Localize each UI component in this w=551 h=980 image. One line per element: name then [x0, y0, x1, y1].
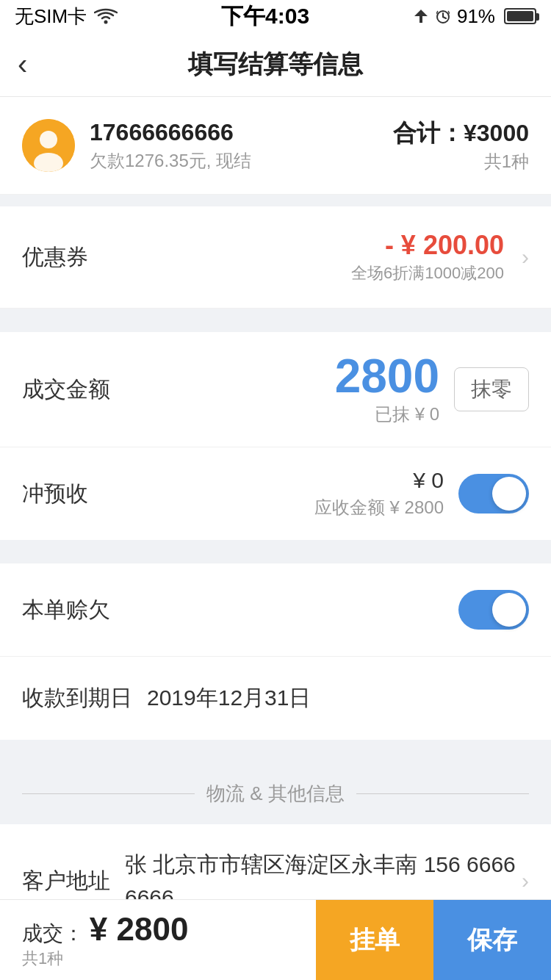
user-phone: 17666666666 — [90, 119, 251, 146]
coupon-sub: 全场6折满1000减200 — [351, 262, 504, 284]
avatar — [22, 119, 75, 172]
status-bar: 无SIM卡 下午4:03 91% — [0, 0, 551, 32]
bottom-count: 共1种 — [22, 948, 294, 970]
location-icon — [413, 8, 429, 24]
status-right: 91% — [413, 5, 536, 28]
status-time: 下午4:03 — [221, 1, 309, 32]
svg-point-5 — [40, 131, 57, 148]
due-date-label: 收款到期日 — [22, 683, 132, 713]
bottom-deal-label: 成交： — [22, 922, 84, 945]
bottom-bar: 成交： ¥ 2800 共1种 挂单 保存 — [0, 899, 551, 980]
prepay-right: ¥ 0 应收金额 ¥ 2800 — [314, 468, 529, 519]
due-date-row: 收款到期日 2019年12月31日 — [0, 657, 551, 740]
debt-row: 本单赊欠 — [0, 563, 551, 657]
address-chevron-icon: › — [522, 868, 529, 893]
section-title: 物流 & 其他信息 — [206, 781, 345, 807]
deal-right: 2800 已抹 ¥ 0 抹零 — [335, 353, 529, 426]
content: 17666666666 欠款1276.35元, 现结 合计：¥3000 共1种 … — [0, 97, 551, 980]
debt-label: 本单赊欠 — [22, 595, 110, 625]
svg-line-3 — [443, 17, 446, 18]
back-icon: ‹ — [18, 48, 27, 81]
bottom-deal-row: 成交： ¥ 2800 — [22, 911, 294, 948]
coupon-label: 优惠券 — [22, 242, 88, 273]
total-count: 共1种 — [393, 150, 529, 173]
deal-amount-label: 成交金额 — [22, 375, 110, 405]
prepay-row: 冲预收 ¥ 0 应收金额 ¥ 2800 — [0, 447, 551, 540]
deal-amount-value: 2800 — [335, 353, 439, 400]
due-date-value: 2019年12月31日 — [147, 683, 311, 713]
coupon-row[interactable]: 优惠券 - ¥ 200.00 全场6折满1000减200 › — [0, 206, 551, 309]
bottom-deal-amount: ¥ 2800 — [90, 911, 189, 947]
debt-toggle-knob — [492, 593, 526, 627]
user-total: 合计：¥3000 共1种 — [393, 118, 529, 173]
user-info: 17666666666 欠款1276.35元, 现结 — [90, 119, 251, 173]
user-left: 17666666666 欠款1276.35元, 现结 — [22, 119, 251, 173]
user-row: 17666666666 欠款1276.35元, 现结 合计：¥3000 共1种 — [0, 97, 551, 195]
coupon-chevron-icon: › — [522, 245, 529, 270]
deal-amount-row: 成交金额 2800 已抹 ¥ 0 抹零 — [0, 332, 551, 447]
back-button[interactable]: ‹ — [18, 48, 27, 81]
separator-1 — [0, 320, 551, 332]
logistics-section-header: 物流 & 其他信息 — [0, 763, 551, 824]
prepay-amount: ¥ 0 — [314, 468, 444, 493]
prepay-sub: 应收金额 ¥ 2800 — [314, 496, 444, 519]
svg-point-0 — [104, 21, 108, 24]
save-button[interactable]: 保存 — [433, 900, 551, 981]
bottom-info: 成交： ¥ 2800 共1种 — [0, 911, 316, 970]
alarm-icon — [435, 8, 451, 24]
total-amount: 合计：¥3000 — [393, 118, 529, 150]
section-line-left — [22, 793, 195, 794]
battery-percent: 91% — [457, 5, 495, 28]
section-line-right — [356, 793, 529, 794]
coupon-card: 优惠券 - ¥ 200.00 全场6折满1000减200 › — [0, 206, 551, 309]
user-info-card: 17666666666 欠款1276.35元, 现结 合计：¥3000 共1种 — [0, 97, 551, 195]
nav-bar: ‹ 填写结算等信息 — [0, 32, 551, 97]
separator-2 — [0, 552, 551, 563]
coupon-right: - ¥ 200.00 全场6折满1000减200 › — [351, 230, 529, 284]
debt-card: 本单赊欠 收款到期日 2019年12月31日 — [0, 563, 551, 740]
page-title: 填写结算等信息 — [188, 48, 363, 82]
toggle-knob — [492, 477, 526, 511]
user-sub: 欠款1276.35元, 现结 — [90, 149, 251, 173]
wifi-icon — [94, 8, 118, 24]
prepay-label: 冲预收 — [22, 479, 88, 509]
prepay-toggle[interactable] — [458, 474, 529, 514]
address-label: 客户地址 — [22, 866, 110, 896]
status-left: 无SIM卡 — [15, 4, 118, 29]
hang-order-button[interactable]: 挂单 — [316, 900, 433, 981]
round-zero-button[interactable]: 抹零 — [454, 367, 529, 411]
coupon-value: - ¥ 200.00 — [351, 230, 504, 261]
sim-label: 无SIM卡 — [15, 4, 87, 29]
debt-toggle[interactable] — [458, 590, 529, 630]
battery-icon — [504, 8, 536, 24]
separator-3 — [0, 752, 551, 763]
deal-amount-sub: 已抹 ¥ 0 — [335, 403, 439, 426]
deal-card: 成交金额 2800 已抹 ¥ 0 抹零 冲预收 ¥ 0 应收金额 ¥ 2800 — [0, 332, 551, 540]
